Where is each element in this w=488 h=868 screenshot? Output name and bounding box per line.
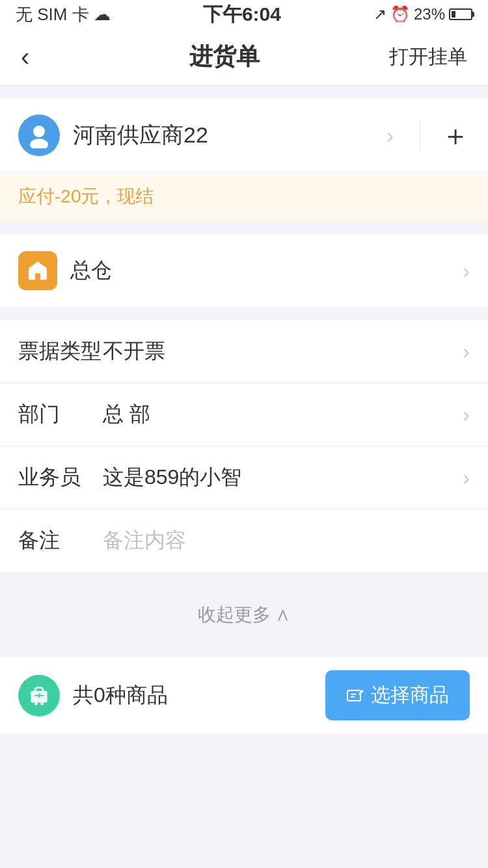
remark-row[interactable]: 备注 备注内容 xyxy=(0,509,488,573)
status-left: 无 SIM 卡 ☁ xyxy=(16,3,111,26)
svg-point-6 xyxy=(34,702,38,705)
remark-label: 备注 xyxy=(18,526,103,555)
warehouse-chevron-icon: › xyxy=(463,259,470,283)
product-count: 共0种商品 xyxy=(73,681,325,710)
svg-rect-10 xyxy=(347,690,360,701)
form-fields-card: 票据类型 不开票 › 部门 总 部 › 业务员 这是859的小智 › 备注 备注… xyxy=(0,320,488,573)
sim-label: 无 SIM 卡 ☁ xyxy=(16,3,111,26)
nav-bar: ‹ 进货单 打开挂单 xyxy=(0,29,488,86)
svg-marker-3 xyxy=(29,262,47,268)
salesperson-label: 业务员 xyxy=(18,463,103,492)
collapse-button[interactable]: 收起更多 ∧ xyxy=(0,586,488,644)
svg-point-1 xyxy=(30,139,48,148)
select-product-label: 选择商品 xyxy=(371,682,449,709)
salesperson-chevron-icon: › xyxy=(463,466,470,490)
status-time: 下午6:04 xyxy=(203,1,281,28)
select-product-button[interactable]: 选择商品 xyxy=(325,670,470,720)
department-label: 部门 xyxy=(18,400,103,429)
supplier-card: 河南供应商22 › ＋ 应付-20元，现结 xyxy=(0,99,488,221)
select-product-icon xyxy=(346,686,364,705)
warehouse-name: 总仓 xyxy=(70,256,463,285)
page-fill xyxy=(0,746,488,868)
svg-rect-4 xyxy=(35,273,40,280)
location-icon: ↗ xyxy=(373,5,386,23)
product-icon-wrapper xyxy=(18,675,60,716)
supplier-row[interactable]: 河南供应商22 › ＋ xyxy=(0,99,488,172)
alarm-icon: ⏰ xyxy=(390,5,410,23)
warehouse-card: 总仓 › xyxy=(0,234,488,307)
salesperson-row[interactable]: 业务员 这是859的小智 › xyxy=(0,446,488,509)
supplier-name: 河南供应商22 xyxy=(73,120,386,150)
invoice-type-chevron-icon: › xyxy=(463,340,470,364)
svg-point-7 xyxy=(40,702,44,705)
invoice-type-label: 票据类型 xyxy=(18,337,103,366)
product-bar: 共0种商品 选择商品 xyxy=(0,657,488,733)
battery-icon xyxy=(449,8,472,20)
warehouse-row[interactable]: 总仓 › xyxy=(0,234,488,307)
notice-banner: 应付-20元，现结 xyxy=(0,172,488,221)
divider xyxy=(420,120,420,151)
person-icon xyxy=(26,122,52,148)
page-title: 进货单 xyxy=(189,41,260,73)
warehouse-icon xyxy=(26,259,49,282)
department-row[interactable]: 部门 总 部 › xyxy=(0,383,488,446)
status-right: ↗ ⏰ 23% xyxy=(373,5,472,23)
open-pending-button[interactable]: 打开挂单 xyxy=(389,44,467,70)
supplier-chevron-icon: › xyxy=(386,124,394,148)
status-bar: 无 SIM 卡 ☁ 下午6:04 ↗ ⏰ 23% xyxy=(0,0,488,29)
add-supplier-button[interactable]: ＋ xyxy=(441,116,470,155)
section-gap2 xyxy=(0,644,488,657)
department-value: 总 部 xyxy=(103,400,463,429)
invoice-type-row[interactable]: 票据类型 不开票 › xyxy=(0,320,488,383)
cart-icon xyxy=(27,684,51,707)
salesperson-value: 这是859的小智 xyxy=(103,463,463,492)
warehouse-icon-wrapper xyxy=(18,251,57,290)
invoice-type-value: 不开票 xyxy=(103,337,463,366)
supplier-avatar xyxy=(18,115,60,156)
battery-percent: 23% xyxy=(414,5,445,23)
svg-point-0 xyxy=(33,126,45,137)
remark-input[interactable]: 备注内容 xyxy=(103,526,470,555)
back-button[interactable]: ‹ xyxy=(21,42,60,72)
section-gap xyxy=(0,86,488,99)
department-chevron-icon: › xyxy=(463,403,470,427)
